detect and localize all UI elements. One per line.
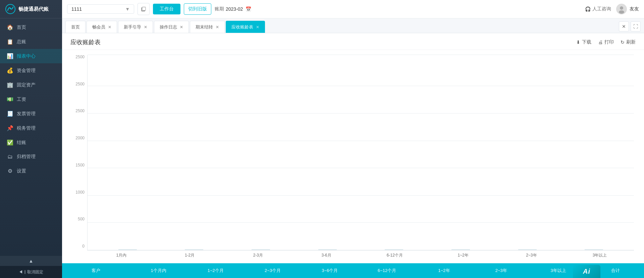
sidebar-label-settings: 设置: [17, 168, 26, 174]
calendar-icon[interactable]: 📅: [246, 6, 251, 12]
sidebar-item-settings[interactable]: ⚙设置: [0, 164, 62, 178]
payroll-icon: 💵: [7, 96, 13, 102]
sidebar-nav: 🏠首页📋总账📊报表中心💰资金管理🏢固定资产💵工资🧾发票管理📌税务管理✅结账🗂归档…: [0, 18, 62, 256]
x-axis-label: 1-2月: [156, 253, 224, 258]
x-axis-label: 1~2年: [429, 253, 497, 258]
assets-icon: 🏢: [7, 82, 13, 88]
period-info: 账期 2023-02 📅: [215, 6, 251, 12]
switch-version-button[interactable]: 切到旧版: [184, 3, 211, 15]
content-area: 应收账龄表 ⬇ 下载 🖨 打印 ↻ 刷新: [62, 33, 644, 278]
sidebar-item-payroll[interactable]: 💵工资: [0, 92, 62, 107]
table-header-cell: 1~2年: [416, 268, 473, 274]
cancel-fixed-btn[interactable]: ◀ ‖ 取消固定: [0, 266, 62, 278]
consultation-btn[interactable]: 🎧 人工咨询: [585, 6, 611, 12]
sidebar-item-checkout[interactable]: ✅结账: [0, 135, 62, 150]
workbench-button[interactable]: 工作台: [153, 4, 180, 14]
y-axis-label: 0: [82, 244, 85, 248]
tab-ar_aging[interactable]: 应收账龄表✕: [226, 21, 265, 33]
tab-close-member[interactable]: ✕: [108, 25, 111, 29]
svg-point-5: [620, 6, 623, 10]
copy-icon-btn[interactable]: [138, 3, 150, 15]
header: 1111 ▼ 工作台 切到旧版 账期 2023-02 📅 🎧 人工咨询: [62, 0, 644, 18]
chart-inner: 1月内1-2月2-3月3-6月6-12个月1~2年2~3年3年以上: [87, 55, 634, 258]
svg-point-6: [619, 10, 624, 14]
tab-close-guide[interactable]: ✕: [144, 25, 147, 29]
table-header-bar: 客户1个月内1~2个月2~3个月3~6个月6~12个月1~2年2~3年3年以上合…: [62, 263, 644, 278]
sidebar: 畅捷通易代账 🏠首页📋总账📊报表中心💰资金管理🏢固定资产💵工资🧾发票管理📌税务管…: [0, 0, 62, 278]
tab-oplog[interactable]: 操作日志✕: [154, 21, 189, 33]
refresh-label: 刷新: [626, 39, 636, 45]
grid-line: [88, 113, 634, 114]
period-label: 账期: [215, 6, 224, 12]
sidebar-label-ledger: 总账: [17, 39, 26, 45]
print-icon: 🖨: [598, 40, 603, 45]
close-all-tabs-btn[interactable]: ✕: [619, 21, 629, 31]
grid-line: [88, 86, 634, 86]
table-header-cell: 客户: [62, 268, 130, 274]
sidebar-item-assets[interactable]: 🏢固定资产: [0, 78, 62, 92]
copy-icon: [141, 6, 146, 12]
archive-icon: 🗂: [7, 154, 13, 160]
ai-badge: Ai: [573, 265, 600, 278]
maximize-btn[interactable]: ⛶: [631, 21, 641, 31]
sidebar-logo: 畅捷通易代账: [0, 0, 62, 18]
download-btn[interactable]: ⬇ 下载: [576, 39, 591, 45]
table-header-cell: 3~6个月: [301, 268, 358, 274]
consultation-label: 人工咨询: [592, 6, 611, 12]
avatar: [616, 4, 627, 14]
tax-icon: 📌: [7, 125, 13, 131]
sidebar-item-home[interactable]: 🏠首页: [0, 20, 62, 34]
tab-member[interactable]: 畅会员✕: [87, 21, 117, 33]
ledger-icon: 📋: [7, 39, 13, 45]
user-info[interactable]: 友友: [616, 4, 639, 14]
x-axis-label: 6-12个月: [361, 253, 429, 258]
home-icon: 🏠: [7, 24, 13, 30]
svg-point-1: [10, 8, 11, 9]
sidebar-label-assets: 固定资产: [17, 82, 36, 88]
sidebar-label-payroll: 工资: [17, 96, 26, 102]
y-axis-label: 1500: [75, 163, 85, 167]
cancel-fixed-label: ◀ ‖ 取消固定: [19, 269, 44, 275]
download-icon: ⬇: [576, 40, 580, 45]
sidebar-label-checkout: 结账: [17, 140, 26, 146]
grid-line: [88, 141, 634, 141]
tabs-bar: 首页畅会员✕新手引导✕操作日志✕期末结转✕应收账龄表✕ ✕ ⛶: [62, 18, 644, 33]
bars-container: [88, 55, 634, 250]
chevron-down-icon: ▼: [125, 6, 130, 12]
user-avatar-icon: [617, 4, 626, 14]
sidebar-item-ledger[interactable]: 📋总账: [0, 34, 62, 49]
sidebar-item-tax[interactable]: 📌税务管理: [0, 121, 62, 135]
company-selector[interactable]: 1111 ▼: [67, 4, 134, 14]
sidebar-scroll-up[interactable]: ▲: [0, 256, 62, 266]
sidebar-item-archive[interactable]: 🗂归档管理: [0, 150, 62, 164]
tab-home[interactable]: 首页: [65, 21, 86, 33]
page-content: 应收账龄表 ⬇ 下载 🖨 打印 ↻ 刷新: [62, 33, 644, 278]
checkout-icon: ✅: [7, 139, 13, 146]
tab-close-ar_aging[interactable]: ✕: [256, 25, 259, 29]
logo-icon: [5, 4, 16, 14]
user-name: 友友: [630, 6, 639, 12]
refresh-btn[interactable]: ↻ 刷新: [621, 39, 636, 45]
x-axis-label: 1月内: [87, 253, 156, 258]
y-axis-label: 2000: [75, 136, 85, 140]
grid-line: [88, 195, 634, 196]
sidebar-item-invoice[interactable]: 🧾发票管理: [0, 107, 62, 121]
tab-period_end[interactable]: 期末结转✕: [190, 21, 225, 33]
sidebar-item-reports[interactable]: 📊报表中心: [0, 49, 62, 63]
invoice-icon: 🧾: [7, 111, 13, 117]
grid-line: [88, 222, 634, 223]
tab-close-oplog[interactable]: ✕: [180, 25, 183, 29]
settings-icon: ⚙: [7, 168, 13, 174]
print-btn[interactable]: 🖨 打印: [598, 39, 614, 45]
period-value: 2023-02: [226, 6, 243, 12]
tab-guide[interactable]: 新手引导✕: [118, 21, 153, 33]
tab-close-period_end[interactable]: ✕: [216, 25, 219, 29]
company-name: 1111: [71, 6, 122, 12]
grid-line: [88, 168, 634, 168]
chart-x-axis: 1月内1-2月2-3月3-6月6-12个月1~2年2~3年3年以上: [87, 251, 634, 258]
sidebar-label-archive: 归档管理: [17, 154, 36, 160]
y-axis-label: 1000: [75, 190, 85, 194]
sidebar-label-home: 首页: [17, 24, 26, 30]
tab-label-period_end: 期末结转: [196, 24, 213, 30]
sidebar-item-funds[interactable]: 💰资金管理: [0, 63, 62, 78]
